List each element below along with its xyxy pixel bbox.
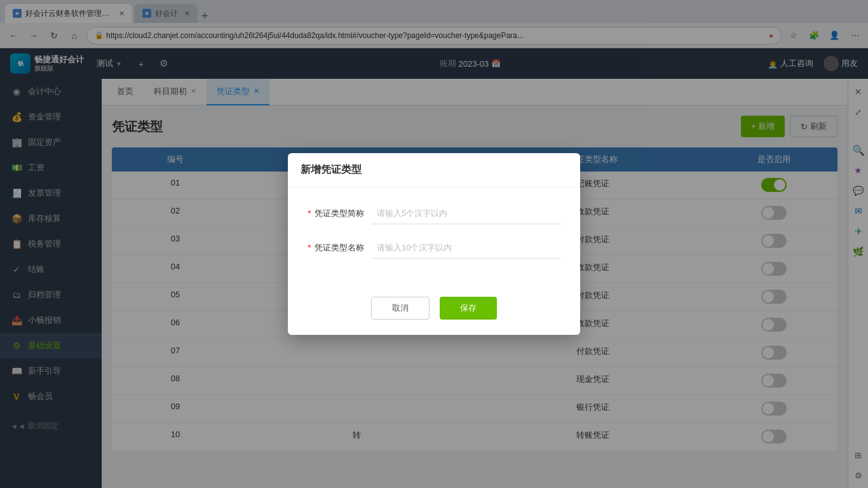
required-star-1: * [308,208,311,218]
form-row-short: * 凭证类型简称 [307,203,561,224]
cancel-button[interactable]: 取消 [371,297,430,320]
modal-footer: 取消 保存 [288,287,580,335]
modal-body: * 凭证类型简称 * 凭证类型名称 [288,187,580,287]
modal-overlay: 新增凭证类型 * 凭证类型简称 * 凭证类型名称 取消 保存 [0,0,868,488]
form-row-name: * 凭证类型名称 [307,237,561,259]
new-voucher-type-modal: 新增凭证类型 * 凭证类型简称 * 凭证类型名称 取消 保存 [288,153,580,335]
modal-title: 新增凭证类型 [288,153,580,187]
required-star-2: * [308,243,311,252]
short-input[interactable] [372,203,561,224]
save-button[interactable]: 保存 [440,297,497,320]
name-label: * 凭证类型名称 [307,242,364,254]
short-label: * 凭证类型简称 [307,208,364,219]
name-input[interactable] [372,237,561,259]
